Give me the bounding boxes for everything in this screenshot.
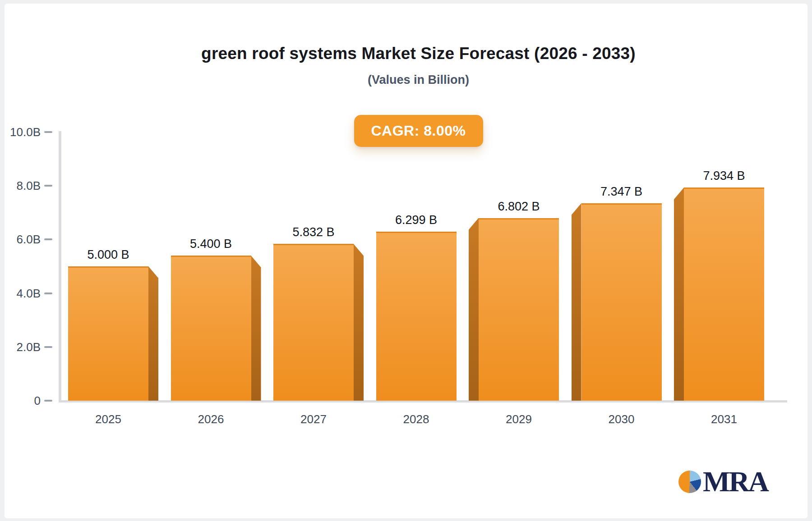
chart-subtitle: (Values in Billion): [25, 73, 812, 87]
bar-2028: [376, 232, 457, 401]
x-axis-label: 2030: [572, 412, 671, 426]
bar-value-label: 7.934 B: [674, 169, 774, 183]
x-axis-label: 2028: [367, 412, 466, 426]
logo-text: MRA: [703, 469, 768, 495]
bar-2031: [684, 187, 764, 401]
bar-value-label: 6.802 B: [469, 199, 568, 214]
x-axis-label: 2029: [469, 412, 568, 426]
mra-logo: MRA: [678, 469, 768, 495]
bar-side-2026: [251, 256, 261, 401]
bar-value-label: 5.400 B: [161, 237, 261, 251]
bar-value-label: 7.347 B: [572, 184, 671, 199]
x-axis-label: 2025: [59, 412, 158, 426]
x-axis-label: 2027: [264, 412, 363, 426]
y-axis-tick: [44, 185, 52, 187]
chart-page: green roof systems Market Size Forecast …: [0, 0, 812, 521]
bar-side-2025: [148, 266, 158, 401]
x-axis-label: 2031: [674, 412, 774, 426]
chart-title: green roof systems Market Size Forecast …: [25, 43, 812, 64]
y-axis-label: 4.0B: [0, 286, 41, 301]
bar-value-label: 6.299 B: [367, 213, 466, 227]
chart-header: green roof systems Market Size Forecast …: [25, 43, 812, 147]
bar-2026: [171, 256, 251, 401]
bar-side-2027: [354, 244, 364, 401]
cagr-badge: CAGR: 8.00%: [354, 115, 483, 147]
y-axis-label: 8.0B: [0, 178, 41, 193]
y-axis-tick: [44, 238, 52, 240]
bar-side-2030: [572, 203, 581, 401]
bar-value-label: 5.832 B: [264, 225, 363, 239]
pie-chart-logo-icon: [678, 471, 701, 493]
y-axis-tick: [44, 292, 52, 294]
bar-side-2029: [469, 218, 479, 401]
y-axis-label: 6.0B: [0, 232, 41, 247]
y-axis-label: 0: [0, 393, 41, 408]
bar-2030: [581, 203, 662, 401]
y-axis-tick: [44, 346, 52, 348]
y-axis-tick: [44, 400, 52, 402]
bar-side-2031: [674, 187, 684, 401]
x-axis-label: 2026: [161, 412, 261, 426]
bar-2027: [273, 244, 354, 401]
bar-2025: [68, 266, 148, 401]
bar-value-label: 5.000 B: [59, 247, 158, 262]
y-axis-label: 2.0B: [0, 340, 41, 354]
bar-2029: [479, 218, 559, 401]
y-axis-line: [59, 131, 61, 402]
